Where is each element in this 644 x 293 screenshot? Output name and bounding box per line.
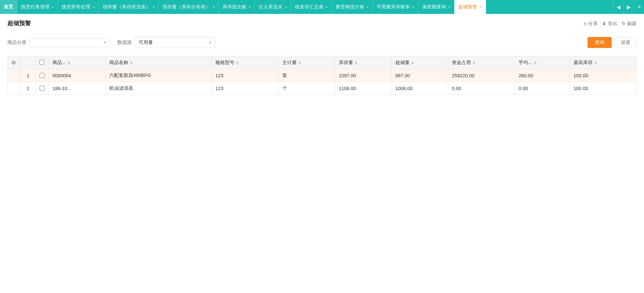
page-title: 超储预警 — [7, 20, 31, 27]
category-filter: 商品分类 ▾ — [7, 38, 110, 47]
tab-close-icon[interactable]: × — [412, 5, 414, 9]
nav-tab-9[interactable]: 保质期查询× — [418, 0, 454, 14]
row-product-name: 机油滤清器 — [105, 82, 212, 95]
datasource-filter: 数据源 可用量 ▾ — [117, 37, 215, 48]
sort-icon-product-name: ⇅ — [130, 61, 133, 65]
th-stock: 库存量⇅ — [335, 56, 391, 69]
nav-tab-7[interactable]: 要货单统计表× — [332, 0, 373, 14]
th-gear: ⚙ — [8, 56, 21, 69]
refresh-icon: ↻ — [622, 21, 626, 26]
row-checkbox[interactable] — [40, 73, 45, 78]
select-all-checkbox[interactable] — [39, 60, 44, 65]
table-gear-icon[interactable]: ⚙ — [11, 60, 16, 66]
nav-tab-5[interactable]: 出入库流水× — [255, 0, 291, 14]
tab-close-icon[interactable]: × — [92, 5, 95, 9]
row-product-name: 六配套新昌490BPG — [105, 69, 212, 82]
row-avg: 0.00 — [515, 82, 570, 95]
data-table: ⚙ 商品...⇅ 商品名称⇅ 规格型号⇅ 主计量⇅ — [7, 56, 637, 95]
th-index — [21, 56, 36, 69]
row-unit: 套 — [278, 69, 335, 82]
export-button[interactable]: ⬇ 导出 — [602, 21, 617, 27]
filter-bar: 商品分类 ▾ 数据源 可用量 ▾ 查询 设置 — [7, 33, 637, 52]
row-index: 2 — [21, 82, 36, 95]
nav-tab-10[interactable]: 超储预警× — [454, 0, 486, 14]
sort-icon-unit: ⇅ — [298, 61, 301, 65]
sort-icon-max-stock: ⇅ — [594, 61, 597, 65]
top-navigation: 首页 拣货任务管理×拣货异常处理×现存量（库存状况表）×现存量（库存分布表）×库… — [0, 0, 644, 14]
tab-close-icon[interactable]: × — [326, 5, 328, 9]
th-product-code: 商品...⇅ — [49, 56, 106, 69]
tab-label: 要货单统计表 — [336, 4, 364, 10]
tab-close-icon[interactable]: × — [249, 5, 251, 9]
page-content: 超储预警 ⎋ 分享 ⬇ 导出 ↻ 刷新 商品分类 ▾ 数据源 — [0, 14, 644, 293]
sort-icon-capital: ⇅ — [472, 61, 475, 65]
refresh-button[interactable]: ↻ 刷新 — [622, 21, 637, 27]
tab-close-icon[interactable]: × — [285, 5, 287, 9]
tab-label: 出入库流水 — [259, 4, 282, 10]
tab-label: 保质期查询 — [422, 4, 446, 10]
row-product-code: 0000004 — [49, 69, 106, 82]
category-chevron-icon: ▾ — [104, 40, 106, 45]
nav-home[interactable]: 首页 — [0, 0, 17, 14]
datasource-select-value: 可用量 — [139, 39, 153, 46]
nav-tab-4[interactable]: 库存批次账× — [219, 0, 255, 14]
export-icon: ⬇ — [602, 21, 606, 26]
datasource-chevron-icon: ▾ — [209, 40, 211, 45]
share-button[interactable]: ⎋ 分享 — [584, 21, 598, 27]
tab-close-icon[interactable]: × — [212, 5, 215, 9]
nav-close-arrow[interactable]: ✕ — [634, 0, 644, 14]
tab-close-icon[interactable]: × — [52, 5, 54, 9]
row-gear-cell — [8, 69, 21, 82]
nav-tab-0[interactable]: 拣货任务管理× — [17, 0, 58, 14]
row-overstock: 997.00 — [391, 69, 448, 82]
tab-label: 现存量（库存分布表） — [162, 4, 210, 10]
tab-close-icon[interactable]: × — [153, 5, 155, 9]
category-select[interactable]: ▾ — [29, 38, 110, 47]
row-max-stock: 100.00 — [570, 69, 636, 82]
row-spec: 123 — [212, 69, 278, 82]
header-actions: ⎋ 分享 ⬇ 导出 ↻ 刷新 — [584, 21, 637, 27]
tab-label: 超储预警 — [458, 4, 477, 10]
row-capital: 0.00 — [448, 82, 515, 95]
th-spec: 规格型号⇅ — [212, 56, 278, 69]
row-spec: 123 — [212, 82, 278, 95]
row-checkbox-cell — [36, 82, 49, 95]
nav-tab-2[interactable]: 现存量（库存状况表）× — [99, 0, 159, 14]
th-product-name: 商品名称⇅ — [105, 56, 212, 69]
nav-next-arrow[interactable]: ▶ — [623, 0, 634, 14]
nav-tab-6[interactable]: 收发存汇总表× — [291, 0, 332, 14]
tab-close-icon[interactable]: × — [366, 5, 369, 9]
row-gear-cell — [8, 82, 21, 95]
sort-icon-overstock: ⇅ — [411, 61, 414, 65]
row-stock: 1097.00 — [335, 69, 391, 82]
sort-icon-product-code: ⇅ — [67, 61, 70, 65]
row-checkbox[interactable] — [40, 86, 45, 91]
row-max-stock: 100.00 — [570, 82, 636, 95]
nav-prev-arrow[interactable]: ◀ — [613, 0, 623, 14]
tab-label: 可用量库存账本 — [377, 4, 410, 10]
th-max-stock: 最高库存⇅ — [570, 56, 636, 69]
th-capital: 资金占用⇅ — [448, 56, 515, 69]
settings-button[interactable]: 设置 — [615, 37, 637, 48]
datasource-label: 数据源 — [117, 39, 132, 46]
row-unit: 个 — [278, 82, 335, 95]
table-row: 1 0000004 六配套新昌490BPG 123 套 1097.00 997.… — [8, 69, 637, 82]
nav-tab-3[interactable]: 现存量（库存分布表）× — [159, 0, 219, 14]
nav-tab-1[interactable]: 拣货异常处理× — [58, 0, 99, 14]
tab-close-icon[interactable]: × — [448, 5, 450, 9]
datasource-select[interactable]: 可用量 ▾ — [135, 37, 215, 48]
filter-actions: 查询 设置 — [588, 37, 637, 48]
row-overstock: 1006.00 — [391, 82, 448, 95]
sort-icon-spec: ⇅ — [236, 61, 239, 65]
row-capital: 259220.00 — [448, 69, 515, 82]
sort-icon-avg: ⇅ — [534, 61, 537, 65]
sort-icon-stock: ⇅ — [355, 61, 358, 65]
share-icon: ⎋ — [584, 21, 587, 26]
tab-close-icon[interactable]: × — [479, 5, 482, 9]
tab-label: 现存量（库存状况表） — [103, 4, 150, 10]
row-checkbox-cell — [36, 69, 49, 82]
category-label: 商品分类 — [7, 39, 26, 46]
nav-tab-8[interactable]: 可用量库存账本× — [373, 0, 418, 14]
tab-label: 收发存汇总表 — [295, 4, 323, 10]
query-button[interactable]: 查询 — [588, 37, 612, 48]
